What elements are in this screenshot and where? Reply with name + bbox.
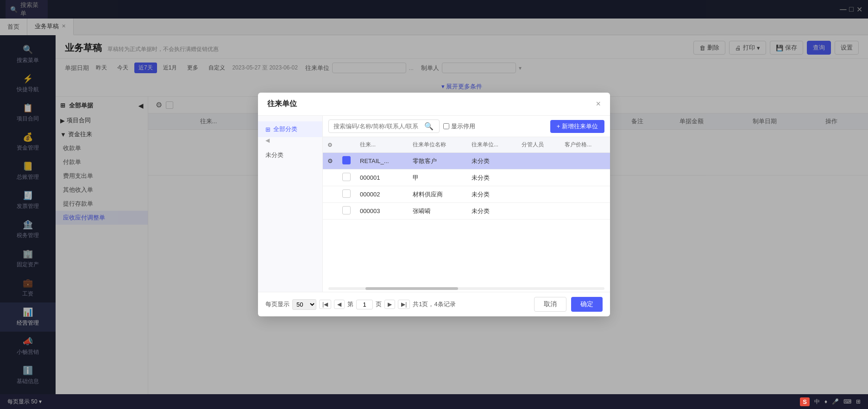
row-check-1[interactable] — [338, 153, 355, 170]
checkbox-3[interactable] — [342, 189, 351, 198]
pagination: 每页显示 50 20 100 |◀ ◀ 第 页 ▶ ▶| 共1页，4条记录 — [265, 299, 456, 310]
checkbox-2[interactable] — [342, 173, 351, 181]
row-price-3 — [560, 186, 610, 203]
horizontal-scrollbar[interactable] — [328, 287, 604, 290]
per-page-label: 每页显示 — [265, 300, 289, 308]
table-row[interactable]: 000001 甲 未分类 — [323, 170, 610, 186]
row-settings-3 — [323, 186, 338, 203]
confirm-button[interactable]: 确定 — [571, 297, 603, 312]
last-page-button[interactable]: ▶| — [398, 300, 410, 309]
row-code-4: 000003 — [355, 203, 408, 220]
row-name-4: 张嗬嗬 — [408, 203, 467, 220]
row-price-1 — [560, 153, 610, 170]
row-settings-1: ⚙ — [323, 153, 338, 170]
modal-th-code[interactable]: 往来... — [355, 137, 408, 153]
modal-th-check — [338, 137, 355, 153]
bottom-filter-bar: 每页显示 50 ▾ — [7, 398, 42, 406]
page-label: 第 — [347, 300, 353, 308]
row-name-3: 材料供应商 — [408, 186, 467, 203]
show-disabled-label: 显示停用 — [451, 122, 475, 131]
row-manager-3 — [517, 186, 560, 203]
modal-body: ⊞ 全部分类 ◀ 未分类 🔍 显示停用 — [258, 116, 610, 292]
modal-action-buttons: 取消 确定 — [534, 297, 603, 312]
status-bar: 每页显示 50 ▾ S 中 ♦ 🎤 ⌨ ⊞ — [0, 394, 868, 409]
modal-title: 往来单位 — [267, 99, 297, 109]
status-bar-right: S 中 ♦ 🎤 ⌨ ⊞ — [800, 397, 861, 406]
status-icon-keyboard[interactable]: ⌨ — [843, 398, 851, 405]
first-page-button[interactable]: |◀ — [319, 300, 331, 309]
row-category-1: 未分类 — [467, 153, 517, 170]
modal-header: 往来单位 × — [258, 93, 610, 116]
status-icon-grid[interactable]: ⊞ — [856, 398, 861, 405]
modal-left-item-all[interactable]: ⊞ 全部分类 — [258, 121, 322, 137]
row-category-4: 未分类 — [467, 203, 517, 220]
row-manager-4 — [517, 203, 560, 220]
modal-table-wrapper: ⚙ 往来... 往来单位名称 往来单位... 分管人员 客户价格... — [323, 137, 610, 285]
prev-page-button[interactable]: ◀ — [334, 300, 345, 309]
row-price-4 — [560, 203, 610, 220]
row-manager-1 — [517, 153, 560, 170]
table-row[interactable]: ⚙ RETAIL_... 零散客户 未分类 — [323, 153, 610, 170]
grid-icon: ⊞ — [265, 126, 270, 133]
add-unit-button[interactable]: + 新增往来单位 — [550, 120, 604, 133]
modal-th-category[interactable]: 往来单位... — [467, 137, 517, 153]
modal-th-settings: ⚙ — [323, 137, 338, 153]
modal-collapse-icon[interactable]: ◀ — [265, 137, 270, 144]
modal-search-icon: 🔍 — [424, 122, 434, 131]
total-text: 共1页，4条记录 — [413, 300, 455, 308]
row-category-3: 未分类 — [467, 186, 517, 203]
brand-logo: S — [800, 397, 810, 406]
modal-search-input[interactable] — [333, 123, 421, 130]
modal-footer: 每页显示 50 20 100 |◀ ◀ 第 页 ▶ ▶| 共1页，4条记录 取消… — [258, 292, 610, 316]
row-code-1: RETAIL_... — [355, 153, 408, 170]
row-code-3: 000002 — [355, 186, 408, 203]
row-check-4[interactable] — [338, 203, 355, 220]
row-category-2: 未分类 — [467, 170, 517, 186]
table-row[interactable]: 000002 材料供应商 未分类 — [323, 186, 610, 203]
modal-data-table: ⚙ 往来... 往来单位名称 往来单位... 分管人员 客户价格... — [323, 137, 610, 220]
status-icon-zh[interactable]: 中 — [814, 398, 820, 406]
modal-overlay: 往来单位 × ⊞ 全部分类 ◀ 未分类 — [0, 0, 868, 409]
row-settings-2 — [323, 170, 338, 186]
modal-dialog: 往来单位 × ⊞ 全部分类 ◀ 未分类 — [258, 93, 610, 316]
row-price-2 — [560, 170, 610, 186]
row-name-1: 零散客户 — [408, 153, 467, 170]
modal-left-group-unclassified[interactable]: 未分类 — [258, 147, 322, 163]
modal-close-button[interactable]: × — [596, 99, 601, 109]
status-icon-diamond: ♦ — [824, 398, 827, 405]
modal-th-price[interactable]: 客户价格... — [560, 137, 610, 153]
modal-right-panel: 🔍 显示停用 + 新增往来单位 ⚙ — [323, 116, 610, 292]
checkbox-4[interactable] — [342, 206, 351, 214]
show-disabled-checkbox[interactable]: 显示停用 — [443, 122, 475, 131]
scrollbar-thumb[interactable] — [365, 287, 458, 290]
row-name-2: 甲 — [408, 170, 467, 186]
modal-th-name[interactable]: 往来单位名称 — [408, 137, 467, 153]
row-check-2[interactable] — [338, 170, 355, 186]
show-disabled-check[interactable] — [443, 123, 449, 129]
row-settings-4 — [323, 203, 338, 220]
modal-search-wrapper: 🔍 — [328, 120, 440, 133]
modal-toolbar: 🔍 显示停用 + 新增往来单位 — [323, 116, 610, 137]
per-page-select[interactable]: 50 20 100 — [292, 299, 316, 310]
row-code-2: 000001 — [355, 170, 408, 186]
modal-th-manager[interactable]: 分管人员 — [517, 137, 560, 153]
page-input[interactable] — [356, 300, 373, 309]
page-suffix: 页 — [376, 300, 382, 308]
status-icon-mic[interactable]: 🎤 — [832, 398, 839, 405]
row-check-3[interactable] — [338, 186, 355, 203]
next-page-button[interactable]: ▶ — [384, 300, 395, 309]
checkbox-1[interactable] — [342, 156, 351, 164]
table-row[interactable]: 000003 张嗬嗬 未分类 — [323, 203, 610, 220]
cancel-button[interactable]: 取消 — [534, 297, 566, 312]
modal-table-header: ⚙ 往来... 往来单位名称 往来单位... 分管人员 客户价格... — [323, 137, 610, 153]
row-manager-2 — [517, 170, 560, 186]
modal-left-panel: ⊞ 全部分类 ◀ 未分类 — [258, 116, 323, 292]
